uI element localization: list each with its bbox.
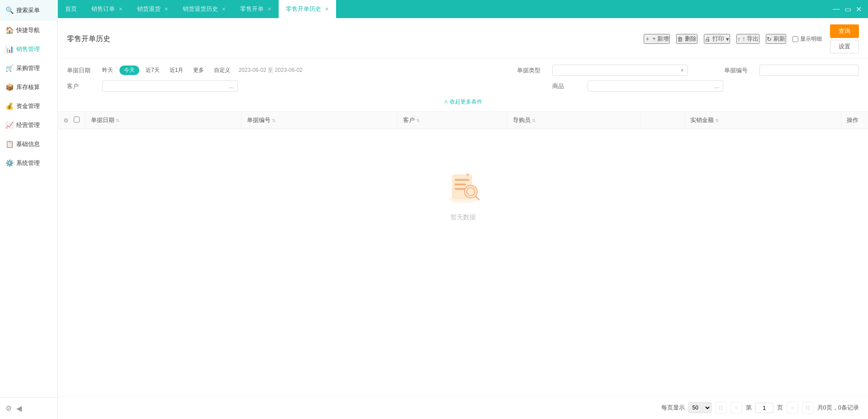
page-header: 零售开单历史 ＋ + 新增 🗑 删除 🖨 打印 ▾ ↑ ↑ 导出 xyxy=(58,18,868,58)
customer-select[interactable]: ... xyxy=(102,80,238,92)
tab-label: 零售开单历史 xyxy=(286,5,321,13)
table-settings-icon[interactable]: ⚙ xyxy=(63,117,69,124)
tab-label: 零售开单 xyxy=(240,5,264,13)
th-date-sort[interactable]: 单据日期 ⇅ xyxy=(91,116,236,124)
tab-close-icon[interactable]: ✕ xyxy=(267,6,271,12)
th-date-label: 单据日期 xyxy=(91,116,114,124)
close-btn[interactable]: ✕ xyxy=(856,5,862,14)
date-pill-more[interactable]: 更多 xyxy=(190,66,208,75)
prev-page-btn[interactable]: ＜ xyxy=(730,402,742,414)
sidebar-search[interactable]: 🔍 搜索采单 xyxy=(0,0,57,21)
tab-close-icon[interactable]: ✕ xyxy=(222,6,226,12)
gear-icon: ⚙️ xyxy=(5,159,14,167)
export-button[interactable]: ↑ ↑ 导出 xyxy=(736,34,759,44)
add-button[interactable]: ＋ + 新增 xyxy=(644,34,670,44)
refresh-label: 刷新 xyxy=(773,35,785,43)
sidebar-item-label: 经营管理 xyxy=(16,121,40,129)
th-no-label: 单据编号 xyxy=(247,116,270,124)
collapse-label: 收起更多条件 xyxy=(450,99,482,105)
sidebar-item-label: 销售管理 xyxy=(16,45,40,53)
print-icon: 🖨 xyxy=(705,36,711,42)
sidebar-item-finance[interactable]: 💰 资金管理 xyxy=(0,97,57,116)
tab-close-icon[interactable]: ✕ xyxy=(164,6,168,12)
page-title: 零售开单历史 xyxy=(67,34,110,44)
sidebar-item-label: 快捷导航 xyxy=(16,26,40,34)
th-salesperson-sort[interactable]: 导购员 ⇅ xyxy=(513,116,635,124)
filter-row-1: 单据日期 昨天 今天 近7天 近1月 更多 自定义 2023-06-02 至 2… xyxy=(67,65,859,76)
tab-close-icon[interactable]: ✕ xyxy=(119,6,123,12)
sidebar-search-label: 搜索采单 xyxy=(16,6,40,14)
th-customer-sort[interactable]: 客户 ⇅ xyxy=(403,116,502,124)
print-button[interactable]: 🖨 打印 ▾ xyxy=(704,34,730,44)
tab-sales-return[interactable]: 销货退货 ✕ xyxy=(130,0,175,18)
export-label: ↑ 导出 xyxy=(742,35,759,43)
page-input[interactable] xyxy=(755,403,773,413)
empty-cell: ✦ 暂无数据 xyxy=(58,129,868,240)
sidebar-item-sales-mgmt[interactable]: 📊 销售管理 xyxy=(0,40,57,59)
money-icon: 💰 xyxy=(5,102,14,110)
doc-no-input[interactable] xyxy=(759,65,859,76)
doc-type-select[interactable]: ▾ xyxy=(552,65,688,76)
tab-close-icon[interactable]: ✕ xyxy=(325,6,329,12)
first-page-btn[interactable]: ⟨⟨ xyxy=(715,402,727,414)
sort-icon: ⇅ xyxy=(715,118,719,123)
filter-area: 单据日期 昨天 今天 近7天 近1月 更多 自定义 2023-06-02 至 2… xyxy=(58,58,868,112)
th-spacer xyxy=(640,112,685,129)
restore-btn[interactable]: ▭ xyxy=(844,5,851,14)
page-label: 第 xyxy=(746,404,752,412)
page-size-label: 每页显示 xyxy=(661,404,685,412)
settings-button[interactable]: 设置 xyxy=(830,40,859,53)
tab-sales-order[interactable]: 销售订单 ✕ xyxy=(84,0,130,18)
date-pill-yesterday[interactable]: 昨天 xyxy=(99,66,117,75)
display-detail-checkbox[interactable] xyxy=(792,36,798,42)
query-button[interactable]: 查询 xyxy=(830,24,859,38)
tab-sales-return-history[interactable]: 销货退货历史 ✕ xyxy=(175,0,233,18)
select-all-checkbox[interactable] xyxy=(74,117,80,122)
tab-label: 销售订单 xyxy=(91,5,115,13)
box-icon: 📦 xyxy=(5,83,14,91)
date-pill-today[interactable]: 今天 xyxy=(119,66,139,75)
customer-ellipsis[interactable]: ... xyxy=(229,83,234,89)
sort-icon: ⇅ xyxy=(416,118,420,123)
product-ellipsis[interactable]: ... xyxy=(714,83,719,89)
collapse-sidebar-btn[interactable]: ◀ xyxy=(16,404,22,413)
doc-type-label: 单据类型 xyxy=(517,66,549,75)
tab-home[interactable]: 首页 xyxy=(58,0,84,18)
th-amount-sort[interactable]: 实销金额 ⇅ xyxy=(690,116,835,124)
date-pill-last1month[interactable]: 近1月 xyxy=(166,66,187,75)
th-date: 单据日期 ⇅ xyxy=(85,112,241,129)
tab-retail-open[interactable]: 零售开单 ✕ xyxy=(233,0,279,18)
tab-retail-open-history[interactable]: 零售开单历史 ✕ xyxy=(279,0,336,18)
date-pill-last7days[interactable]: 近7天 xyxy=(142,66,163,75)
display-detail-checkbox-label[interactable]: 显示明细 xyxy=(792,35,822,43)
sidebar-item-inventory[interactable]: 📦 库存核算 xyxy=(0,78,57,97)
product-select[interactable]: ... xyxy=(588,80,723,92)
date-pill-custom[interactable]: 自定义 xyxy=(210,66,234,75)
tab-label: 销货退货历史 xyxy=(183,5,218,13)
sidebar-item-base-info[interactable]: 📋 基础信息 xyxy=(0,135,57,154)
data-table: ⚙ 单据日期 ⇅ 单据编号 xyxy=(58,112,868,240)
cart-icon: 🛒 xyxy=(5,64,14,72)
settings-bottom-btn[interactable]: ⚙ xyxy=(5,404,12,413)
sidebar-item-operations[interactable]: 📈 经营管理 xyxy=(0,116,57,135)
tab-label: 首页 xyxy=(65,5,77,13)
sidebar-item-label: 基础信息 xyxy=(16,140,40,148)
sort-icon: ⇅ xyxy=(272,118,275,123)
add-icon: ＋ xyxy=(645,35,650,43)
delete-button[interactable]: 🗑 删除 xyxy=(676,34,697,44)
date-range-text: 2023-06-02 至 2023-06-02 xyxy=(238,66,302,74)
sidebar-item-quick-nav[interactable]: 🏠 快捷导航 xyxy=(0,21,57,40)
minimize-btn[interactable]: — xyxy=(833,5,840,13)
page-size-select[interactable]: 10 20 50 100 xyxy=(688,402,711,413)
product-label: 商品 xyxy=(552,82,584,90)
sidebar-item-system-mgmt[interactable]: ⚙️ 系统管理 xyxy=(0,154,57,173)
content-area: 零售开单历史 ＋ + 新增 🗑 删除 🖨 打印 ▾ ↑ ↑ 导出 xyxy=(58,18,868,419)
next-page-btn[interactable]: ＞ xyxy=(787,402,798,414)
last-page-btn[interactable]: ⟩⟩ xyxy=(802,402,814,414)
sidebar-bottom: ⚙ ◀ xyxy=(0,397,57,419)
refresh-button[interactable]: ↻ 刷新 xyxy=(766,34,786,44)
th-no-sort[interactable]: 单据编号 ⇅ xyxy=(247,116,392,124)
collapse-filter-bar[interactable]: ∧ 收起更多条件 xyxy=(67,96,859,108)
sidebar-item-label: 库存核算 xyxy=(16,83,40,91)
sidebar-item-purchase-mgmt[interactable]: 🛒 采购管理 xyxy=(0,59,57,78)
